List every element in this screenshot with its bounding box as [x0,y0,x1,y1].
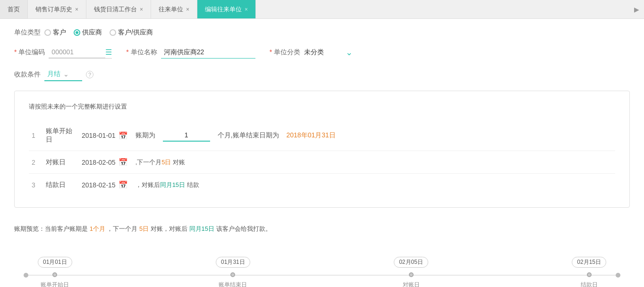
timeline-date-1: 01月01日 [38,257,72,268]
preview-section: 账期预览：当前客户账期是 1个月 ，下一个月 5日 对账，对账后 同月15日 该… [14,217,630,287]
condition-select-arrow: ⌄ [63,70,69,78]
help-icon[interactable]: ? [86,71,93,78]
row-type-3: 结款日 [46,181,74,189]
preview-label: 账期预览：当前客户账期是 [14,225,88,232]
date-group-3: 2018-02-15 📅 [82,180,128,189]
date-group-2: 2018-02-05 📅 [82,158,128,167]
radio-supplier[interactable]: 供应商 [74,28,102,37]
unit-type-label: 单位类型 [14,28,41,37]
preview-connector1: ，下一个月 [107,225,137,232]
timeline-circle-4 [587,272,592,277]
settings-box-title: 请按照未来的一个完整帐期进行设置 [29,102,615,111]
tab-home[interactable]: 首页 [0,0,28,18]
radio-circle-supplier [74,29,80,36]
tab-cash-ledger[interactable]: 钱货日清工作台 × [86,0,151,18]
period-label: 账期为 [136,131,155,140]
tab-partner-units[interactable]: 往来单位 × [151,0,197,18]
row-num-1: 1 [29,132,38,139]
unit-category-select[interactable]: 未分类 ⌄ [304,47,353,58]
desc-highlight-3: 同月15日 [160,181,185,188]
period-input[interactable] [163,129,210,142]
tab-sales-order-history[interactable]: 销售订单历史 × [28,0,86,18]
timeline-circle-3 [409,272,414,277]
row-num-3: 3 [29,181,38,189]
unit-name-input[interactable] [161,47,255,59]
setting-row-1: 1 账单开始日 2018-01-01 📅 账期为 个月,账单结束日期为 2018… [29,120,615,151]
desc-highlight-2: 5日 [161,159,171,166]
period-end-date: 2018年01月31日 [287,131,336,140]
unit-type-group: 单位类型 客户 供应商 客户/供应商 [14,28,153,37]
timeline-label-1: 账单开始日 [41,281,69,287]
payment-condition-value: 月结 [47,70,60,78]
preview-part2: 5日 [139,225,149,232]
timeline-date-2: 01月31日 [216,257,250,268]
radio-circle-both [110,29,116,36]
timeline-label-2: 账单结束日 [219,281,247,287]
row-desc-2: ,下一个月5日 对账 [136,158,185,167]
radio-both[interactable]: 客户/供应商 [110,28,153,37]
unit-name-label: 单位名称 [126,48,157,57]
timeline-circle-1 [52,272,57,277]
unit-category-arrow: ⌄ [346,47,353,58]
desc-prefix-2: ,下一个月 [136,159,162,166]
payment-condition-select[interactable]: 月结 ⌄ [44,68,82,81]
tab-edit-partner[interactable]: 编辑往来单位 × [197,0,256,18]
period-unit: 个月,账单结束日期为 [218,131,279,140]
timeline-point-4: 02月15日 结款日 [572,257,606,287]
timeline-point-3: 02月05日 对账日 [394,257,428,287]
timeline-wrapper: 01月01日 账单开始日 01月31日 账单结束日 02月05日 对账日 [14,243,630,287]
unit-name-group: 单位名称 [126,47,255,59]
row-num-2: 2 [29,159,38,166]
unit-info-row: 单位编码 ☰ 单位名称 单位分类 未分类 ⌄ [14,46,630,59]
timeline-points: 01月01日 账单开始日 01月31日 账单结束日 02月05日 对账日 [24,257,620,287]
radio-group: 客户 供应商 客户/供应商 [44,28,153,37]
row-type-1: 账单开始日 [46,127,74,144]
close-partner-units[interactable]: × [186,6,189,13]
close-edit-partner[interactable]: × [245,6,248,13]
payment-condition-row: 收款条件 月结 ⌄ ? [14,68,630,81]
close-sales-order-history[interactable]: × [75,6,78,13]
close-cash-ledger[interactable]: × [140,6,143,13]
preview-part1: 1个月 [90,225,105,232]
desc-suffix-2: 对账 [171,159,185,166]
unit-code-label: 单位编码 [14,48,45,57]
preview-text: 账期预览：当前客户账期是 1个月 ，下一个月 5日 对账，对账后 同月15日 该… [14,225,630,233]
unit-code-input[interactable] [49,46,105,58]
row-desc-3: ，对账后同月15日 结款 [136,181,199,189]
settings-box: 请按照未来的一个完整帐期进行设置 1 账单开始日 2018-01-01 📅 账期… [14,91,630,208]
preview-part3: 同月15日 [189,225,214,232]
desc-suffix-3: 结款 [185,181,199,188]
timeline-date-4: 02月15日 [572,257,606,268]
timeline-label-3: 对账日 [403,281,420,287]
cal-btn-3[interactable]: 📅 [119,180,128,189]
setting-row-2: 2 对账日 2018-02-05 📅 ,下一个月5日 对账 [29,151,615,174]
date-value-2: 2018-02-05 [82,159,116,166]
unit-category-value: 未分类 [304,48,324,57]
tab-arrow[interactable]: ▶ [629,0,644,18]
unit-category-label: 单位分类 [270,48,300,57]
preview-suffix: 该客户会给我打款。 [216,225,271,232]
timeline-date-3: 02月05日 [394,257,428,268]
date-value-1: 2018-01-01 [82,132,116,139]
date-value-3: 2018-02-15 [82,181,116,189]
timeline-point-1: 01月01日 账单开始日 [38,257,72,287]
cal-btn-2[interactable]: 📅 [119,158,128,167]
date-group-1: 2018-01-01 📅 [82,131,128,140]
main-content: 单位类型 客户 供应商 客户/供应商 单位编码 [0,19,644,287]
timeline-circle-2 [230,272,235,277]
cal-btn-1[interactable]: 📅 [119,131,128,140]
unit-code-input-wrapper: ☰ [49,46,112,59]
unit-category-group: 单位分类 未分类 ⌄ [270,47,353,58]
tab-bar: 首页 销售订单历史 × 钱货日清工作台 × 往来单位 × 编辑往来单位 × ▶ [0,0,644,19]
radio-customer[interactable]: 客户 [44,28,66,37]
setting-row-3: 3 结款日 2018-02-15 📅 ，对账后同月15日 结款 [29,174,615,196]
preview-connector2: 对账，对账后 [151,225,187,232]
row-type-2: 对账日 [46,158,74,167]
radio-circle-customer [44,29,51,36]
timeline-label-4: 结款日 [581,281,598,287]
unit-type-row: 单位类型 客户 供应商 客户/供应商 [14,28,630,37]
unit-code-icon[interactable]: ☰ [105,48,112,57]
desc-prefix-3: ，对账后 [136,181,160,188]
timeline-point-2: 01月31日 账单结束日 [216,257,250,287]
payment-condition-label: 收款条件 [14,70,41,79]
